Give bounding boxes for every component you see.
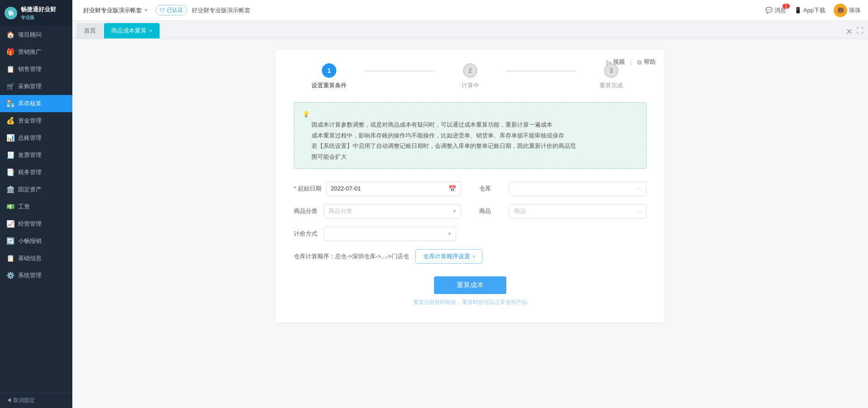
sidebar-item-purchase[interactable]: 🛒采购管理	[0, 78, 72, 95]
recalc-button[interactable]: 重算成本	[434, 276, 506, 294]
more-icon: ···	[637, 185, 642, 192]
recalc-section: 重算成本 重算过程耗时较长，重算时您可以正常使用产品	[294, 276, 646, 306]
sidebar-item-wage[interactable]: 💵工资	[0, 198, 72, 215]
category-select[interactable]: 商品分类 ▾	[324, 204, 461, 218]
sidebar-label-basic: 基础信息	[18, 254, 42, 262]
sidebar-unpin[interactable]: ◀ 取消固定	[0, 393, 72, 408]
topbar-right: 💬 消息 1 📱 App下载 🐻 珠珠	[765, 4, 861, 17]
inventory-icon: 🏪	[6, 100, 14, 108]
sidebar-item-tax[interactable]: 📑税务管理	[0, 164, 72, 181]
app-name: 畅捷通好业财	[21, 5, 56, 14]
sidebar-label-fixed: 固定资产	[18, 185, 42, 194]
message-icon: 💬	[765, 7, 773, 14]
sidebar-item-operation[interactable]: 📈经营管理	[0, 215, 72, 232]
sidebar-header: 畅 畅捷通好业财 专业版	[0, 0, 72, 26]
avatar: 🐻	[834, 4, 847, 17]
step-2: 2 计算中	[435, 63, 505, 90]
sidebar-label-operation: 经营管理	[18, 220, 42, 228]
step-1-label: 设置重算条件	[311, 81, 347, 90]
info-line-3: 围可能会扩大	[311, 152, 638, 162]
price-method-label: 计价方式	[294, 230, 319, 238]
sidebar-item-fixed[interactable]: 🏛️固定资产	[0, 181, 72, 198]
sidebar-label-system: 系统管理	[18, 271, 42, 280]
sidebar-item-invoice[interactable]: 🧾发票管理	[0, 147, 72, 164]
goods-label: 商品	[479, 207, 505, 215]
sidebar-label-inventory: 库存核算	[18, 100, 42, 108]
marketing-icon: 🎁	[6, 48, 14, 56]
step-3: 3 重算完成	[576, 63, 646, 90]
goods-input[interactable]: 商品 ···	[509, 204, 646, 218]
warehouse-row: 仓库 ···	[479, 181, 646, 196]
verified-account-name: 好业财专业版演示帐套	[192, 6, 250, 14]
step-connector-1	[364, 71, 435, 71]
warehouse-order-btn[interactable]: 仓库计算顺序设置 ›	[415, 249, 482, 264]
tabs-bar: 首页商品成本重算× ✕ ⛶	[72, 21, 868, 39]
sidebar-item-finance[interactable]: 💰资金管理	[0, 112, 72, 129]
tax-icon: 📑	[6, 168, 14, 176]
more-icon: ···	[637, 208, 642, 214]
expand-panel-icon[interactable]: ⛶	[856, 27, 863, 37]
tab-label-home: 首页	[84, 27, 96, 35]
operation-icon: 📈	[6, 220, 14, 228]
price-method-row: 计价方式 ▾	[294, 227, 456, 241]
sidebar-label-tax: 税务管理	[18, 168, 42, 176]
info-line-2: 若【系统设置】中启用了自动调整记账日期时，会调整入库单的整单记账日期，因此重新计…	[311, 141, 638, 151]
sidebar-scroll: 🏠项目顾问🎁营销推广📋销售管理🛒采购管理🏪库存核算💰资金管理📊总账管理🧾发票管理…	[0, 26, 72, 393]
sales-icon: 📋	[6, 65, 14, 73]
sidebar-item-accounting[interactable]: 📊总账管理	[0, 129, 72, 147]
sidebar-item-marketing[interactable]: 🎁营销推广	[0, 43, 72, 61]
category-label: 商品分类	[294, 207, 319, 215]
start-date-row: * 起始日期 2022-07-01 📅	[294, 181, 461, 196]
sidebar-label-expense: 小畅报销	[18, 237, 42, 245]
step-2-circle: 2	[463, 63, 477, 78]
goods-row: 商品 商品 ···	[479, 204, 646, 218]
step-3-circle: 3	[604, 63, 618, 78]
sidebar-item-sales[interactable]: 📋销售管理	[0, 61, 72, 78]
tab-home[interactable]: 首页	[77, 23, 103, 38]
sidebar-label-accounting: 总账管理	[18, 134, 42, 142]
chevron-right-icon: ›	[473, 253, 475, 260]
info-line-0: 因成本计算参数调整，或是对商品成本有疑问时，可以通过成本重算功能，重新计算一遍成…	[311, 119, 638, 130]
verified-badge: 🛡 已认证	[156, 5, 187, 15]
sidebar-item-basic[interactable]: 📋基础信息	[0, 250, 72, 267]
warehouse-input[interactable]: ···	[509, 181, 646, 196]
shield-icon: 🛡	[160, 7, 165, 14]
form-grid: * 起始日期 2022-07-01 📅 仓库 ···	[294, 181, 646, 218]
sidebar-item-inventory[interactable]: 🏪库存核算	[0, 95, 72, 112]
chevron-down-icon: ▾	[448, 230, 451, 237]
sidebar-item-project[interactable]: 🏠项目顾问	[0, 26, 72, 43]
fixed-icon: 🏛️	[6, 185, 14, 194]
start-date-input[interactable]: 2022-07-01 📅	[326, 181, 461, 196]
sidebar-item-expense[interactable]: 🔄小畅报销	[0, 232, 72, 250]
message-button[interactable]: 💬 消息 1	[765, 6, 786, 14]
project-icon: 🏠	[6, 31, 14, 39]
expense-icon: 🔄	[6, 237, 14, 245]
wage-icon: 💵	[6, 203, 14, 211]
invoice-icon: 🧾	[6, 151, 14, 159]
sidebar-item-system[interactable]: ⚙️系统管理	[0, 267, 72, 284]
chevron-down-icon: ▾	[145, 7, 147, 13]
category-row: 商品分类 商品分类 ▾	[294, 204, 461, 218]
edition-badge: 专业版	[21, 14, 56, 21]
account-selector[interactable]: 好业财专业版演示帐套 ▾	[80, 5, 151, 16]
sidebar-label-project: 项目顾问	[18, 31, 42, 39]
finance-icon: 💰	[6, 117, 14, 125]
accounting-icon: 📊	[6, 134, 14, 142]
sidebar-label-wage: 工资	[18, 203, 30, 211]
account-name: 好业财专业版演示帐套	[83, 6, 142, 14]
tab-label-recalc: 商品成本重算	[111, 27, 146, 35]
close-panel-icon[interactable]: ✕	[846, 27, 853, 37]
sidebar-label-purchase: 采购管理	[18, 82, 42, 90]
user-menu[interactable]: 🐻 珠珠	[834, 4, 861, 17]
info-box: 💡 因成本计算参数调整，或是对商品成本有疑问时，可以通过成本重算功能，重新计算一…	[294, 102, 646, 169]
price-method-select[interactable]: ▾	[324, 227, 456, 241]
topbar: 好业财专业版演示帐套 ▾ 🛡 已认证 好业财专业版演示帐套 💬 消息 1 📱 A…	[72, 0, 868, 21]
app-download-button[interactable]: 📱 App下载	[794, 6, 826, 14]
purchase-icon: 🛒	[6, 82, 14, 90]
sidebar-label-invoice: 发票管理	[18, 151, 42, 159]
tab-close-recalc[interactable]: ×	[149, 28, 152, 34]
step-3-label: 重算完成	[599, 81, 623, 90]
info-line-1: 成本重算过程中，影响库存账的操作均不能操作，比如进货单、销货单、库存单据不能审核…	[311, 130, 638, 141]
warehouse-order-label: 仓库计算顺序：总仓->深圳仓库->...->门店仓	[294, 252, 409, 261]
tab-recalc[interactable]: 商品成本重算×	[104, 23, 160, 38]
